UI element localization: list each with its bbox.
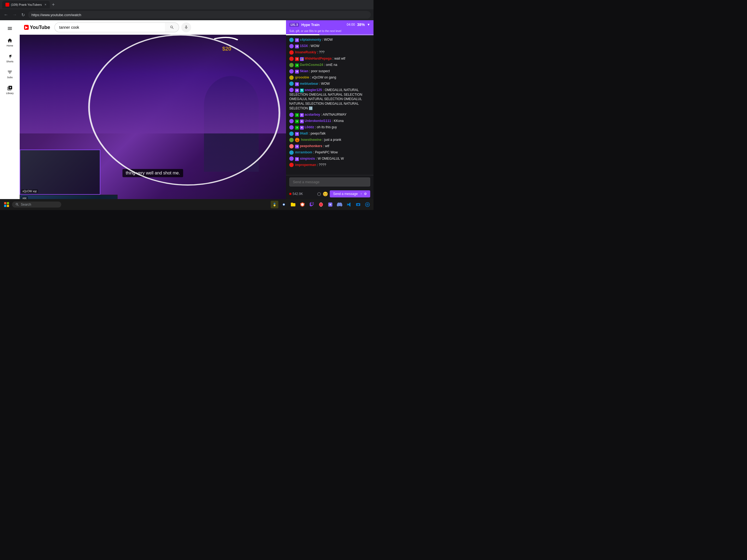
chat-username[interactable]: WideHardPepega [305, 57, 332, 60]
youtube-content: ▶ YouTube [20, 20, 286, 199]
taskbar: Search [0, 199, 374, 210]
badge-sub: ★ [300, 126, 304, 130]
chat-username[interactable]: improperman [295, 163, 316, 167]
taskbar-discord-icon[interactable] [336, 201, 343, 208]
webcam-bottom-label: xqc [21, 196, 28, 199]
chat-username[interactable]: mebluebear [300, 82, 318, 85]
chat-footer-actions: ⬡ 😊 Send a message ↑ ⚙ [317, 190, 370, 198]
chat-username[interactable]: grooobie [295, 75, 309, 79]
video-frame: $20 thing very well and shot me. xQcOW x… [20, 35, 286, 199]
avatar [289, 144, 294, 149]
scene-sign: $20 [222, 46, 231, 52]
tab-close-button[interactable]: × [45, 3, 47, 6]
chat-username[interactable]: 1S3X [300, 44, 308, 48]
chat-username[interactable]: DarthCosmo24 [300, 63, 323, 67]
sidebar-shorts[interactable]: Shorts [0, 50, 20, 65]
avatar [289, 75, 294, 80]
avatar [289, 38, 294, 42]
youtube-search-button[interactable] [165, 22, 179, 32]
viewer-count: 542.9K [289, 192, 303, 196]
chat-emote-button[interactable]: 😊 [323, 192, 328, 197]
taskbar-vscode-icon[interactable] [345, 201, 353, 208]
chat-points-button[interactable]: ⬡ [317, 192, 321, 197]
badge-sub: ★ [295, 88, 299, 93]
chat-message: grooobie : xQcOW on gang [289, 75, 370, 80]
webcam-bottom-left: xqc [20, 195, 118, 199]
chat-username[interactable]: InsaneRuskiy [295, 50, 316, 54]
chat-input-area [286, 175, 374, 189]
chat-username[interactable]: acstarboy [305, 113, 320, 117]
taskbar-python-icon[interactable] [271, 201, 278, 208]
video-area[interactable]: $20 thing very well and shot me. xQcOW x… [20, 35, 286, 199]
chat-text: KKona [334, 119, 344, 123]
forward-button[interactable]: → [11, 11, 18, 18]
send-message-button[interactable]: Send a message ↑ ⚙ [330, 190, 370, 198]
chat-username[interactable]: peepohonkers [300, 144, 323, 148]
chat-username[interactable]: mrrambom [295, 150, 312, 154]
back-button[interactable]: ← [3, 11, 9, 18]
chat-message: ★ 5kian : poor suspect [289, 69, 370, 74]
youtube-search-input[interactable] [54, 22, 165, 32]
video-subtitle: thing very well and shot me. [123, 169, 183, 177]
hype-percentage: 38% [357, 22, 365, 27]
chat-username[interactable]: howsthewine [301, 138, 321, 142]
chat-message: ⚔ DarthCosmo24 : omE na [289, 62, 370, 67]
viewer-count-text: 542.9K [292, 192, 303, 196]
chat-colon: : [322, 38, 324, 42]
chat-username[interactable]: lHadl [300, 131, 308, 135]
taskbar-files-icon[interactable] [289, 201, 297, 208]
chat-message: ⚔ ★ Unbrokenlol1111 : KKona [289, 119, 370, 123]
youtube-sidebar: Home Shorts Subs Library [0, 20, 20, 199]
taskbar-brave-icon[interactable] [299, 201, 306, 208]
badge-mod: ⚔ [295, 63, 299, 67]
chat-username[interactable]: L0ddz [305, 125, 314, 129]
chat-username[interactable]: Unbrokenlol1111 [305, 119, 331, 123]
chat-username[interactable]: snogler125 [305, 88, 322, 92]
badge-sub: 🎭 [300, 57, 304, 61]
chat-text: wtf [325, 144, 329, 148]
chat-username[interactable]: c4ptainmonty [300, 38, 321, 42]
windows-start-button[interactable] [2, 200, 11, 209]
taskbar-opera-icon[interactable] [317, 201, 325, 208]
hype-chevron-icon[interactable]: ▼ [367, 23, 370, 27]
svg-point-8 [283, 204, 285, 205]
tab-bar: (109) Prank YouTubers × + [0, 0, 374, 9]
avatar [289, 150, 294, 155]
avatar [289, 125, 294, 130]
avatar [289, 69, 294, 74]
badge-sub: ★ [300, 120, 304, 123]
chat-messages: ★ c4ptainmonty : WOW ★ 1S3X : WOW Insane… [286, 35, 374, 175]
chat-username[interactable]: 5kian [300, 69, 308, 73]
webcam-bg-bottom [20, 195, 117, 199]
sidebar-library[interactable]: Library [0, 82, 20, 97]
chat-message: ★ lHadl : peepoTalk [289, 131, 370, 136]
live-indicator [289, 193, 291, 195]
active-tab[interactable]: (109) Prank YouTubers × [2, 1, 50, 8]
taskbar-edge-icon[interactable] [364, 201, 371, 208]
sidebar-hamburger[interactable] [0, 22, 20, 33]
chat-text: just a prank [324, 138, 341, 142]
chat-colon: : [315, 125, 317, 129]
youtube-mic-button[interactable] [181, 22, 191, 32]
sidebar-home[interactable]: Home [0, 34, 20, 49]
svg-rect-2 [7, 202, 9, 204]
chat-input[interactable] [289, 177, 370, 186]
chat-message: ★ c4ptainmonty : WOW [289, 37, 370, 42]
chat-text: AINTNAURWAY [323, 113, 346, 117]
sidebar-subscriptions[interactable]: Subs [0, 66, 20, 81]
chat-username[interactable]: simpiosis [300, 157, 315, 160]
chat-message: ★ peepohonkers : wtf [289, 144, 370, 149]
taskbar-search[interactable]: Search [12, 202, 61, 207]
chat-colon: : [310, 75, 312, 79]
taskbar-store-icon[interactable] [354, 201, 362, 208]
taskbar-velvet-icon[interactable] [327, 201, 334, 208]
chat-text: omE na [326, 63, 337, 67]
new-tab-button[interactable]: + [51, 2, 56, 8]
reload-button[interactable]: ↻ [20, 11, 26, 19]
badge-mod: ⚔ [295, 113, 299, 117]
address-bar[interactable] [28, 11, 371, 19]
taskbar-chrome-icon[interactable] [280, 201, 288, 208]
chat-message: ★ 1S3X : WOW [289, 44, 370, 48]
chat-text: xQcOW on gang [312, 75, 336, 79]
taskbar-stream-icon[interactable] [308, 201, 315, 208]
